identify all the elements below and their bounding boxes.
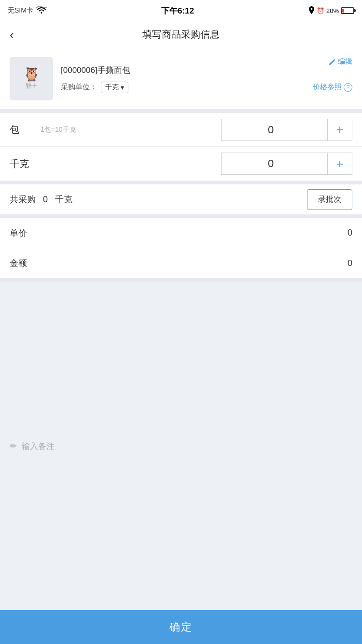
unit-value: 千克 xyxy=(105,83,119,92)
confirm-button[interactable]: 确定 xyxy=(0,610,362,644)
product-logo-text: 智十 xyxy=(26,82,37,90)
total-unit: 千克 xyxy=(55,195,72,204)
sim-status: 无SIM卡 xyxy=(8,6,33,15)
qty-row-bao: 包 1包=10千克 + xyxy=(0,113,362,147)
total-prefix: 共采购 xyxy=(10,195,36,204)
pencil-icon: ✏ xyxy=(10,441,17,451)
dropdown-icon: ▾ xyxy=(121,84,124,91)
price-ref-icon: ? xyxy=(344,83,352,92)
qty-label-kg: 千克 xyxy=(10,157,39,170)
status-left: 无SIM卡 xyxy=(8,6,47,15)
battery-level: 20% xyxy=(326,7,339,14)
qty-input-kg[interactable] xyxy=(221,153,327,175)
product-card: 🦉 智十 [0000006]手撕面包 编辑 采购单位： 千克 ▾ 价格参照 ? xyxy=(0,48,362,113)
price-ref-button[interactable]: 价格参照 ? xyxy=(313,83,352,92)
status-right: ⏰ 20% xyxy=(308,6,354,15)
status-time: 下午6:12 xyxy=(161,5,194,16)
qty-row-kg: 千克 + xyxy=(0,147,362,181)
page-title: 填写商品采购信息 xyxy=(142,28,220,41)
nav-bar: ‹ 填写商品采购信息 xyxy=(0,21,362,48)
price-label-unit: 单价 xyxy=(10,227,27,239)
price-section: 单价 0 金额 0 xyxy=(0,218,362,282)
unit-select[interactable]: 千克 ▾ xyxy=(101,82,128,93)
product-thumbnail: 🦉 智十 xyxy=(10,57,53,100)
note-section[interactable]: ✏ 输入备注 xyxy=(0,282,362,610)
price-value-amount: 0 xyxy=(348,258,352,268)
purchase-unit-wrap: 采购单位： 千克 ▾ xyxy=(61,82,128,93)
product-meta: 采购单位： 千克 ▾ 价格参照 ? xyxy=(61,82,352,93)
qty-hint-bao: 1包=10千克 xyxy=(41,126,76,134)
total-text: 共采购 0 千克 xyxy=(10,194,72,205)
qty-plus-kg[interactable]: + xyxy=(327,153,352,175)
total-value: 0 xyxy=(43,195,48,204)
purchase-unit-label: 采购单位： xyxy=(61,83,97,92)
qty-input-wrap-kg: + xyxy=(221,153,352,175)
price-value-unit: 0 xyxy=(348,228,352,238)
wifi-icon xyxy=(36,6,47,15)
price-ref-label: 价格参照 xyxy=(313,83,342,92)
total-row: 共采购 0 千克 录批次 xyxy=(0,184,362,218)
price-label-amount: 金额 xyxy=(10,257,27,269)
battery-icon xyxy=(341,7,354,14)
status-bar: 无SIM卡 下午6:12 ⏰ 20% xyxy=(0,0,362,21)
qty-input-wrap-bao: + xyxy=(221,119,352,141)
qty-label-bao: 包 xyxy=(10,123,39,136)
product-name: [0000006]手撕面包 xyxy=(61,65,130,76)
price-row-amount: 金额 0 xyxy=(0,248,362,278)
edit-button[interactable]: 编辑 xyxy=(329,57,352,66)
qty-input-bao[interactable] xyxy=(221,119,327,141)
back-button[interactable]: ‹ xyxy=(10,28,14,41)
price-row-unit: 单价 0 xyxy=(0,218,362,248)
qty-plus-bao[interactable]: + xyxy=(327,119,352,141)
product-info: [0000006]手撕面包 编辑 采购单位： 千克 ▾ 价格参照 ? xyxy=(61,65,352,93)
quantity-section: 包 1包=10千克 + 千克 + xyxy=(0,113,362,184)
product-logo-icon: 🦉 xyxy=(23,68,40,81)
alarm-icon: ⏰ xyxy=(317,7,324,14)
batch-button[interactable]: 录批次 xyxy=(307,189,352,210)
location-icon xyxy=(308,6,315,15)
note-placeholder: 输入备注 xyxy=(22,441,55,452)
